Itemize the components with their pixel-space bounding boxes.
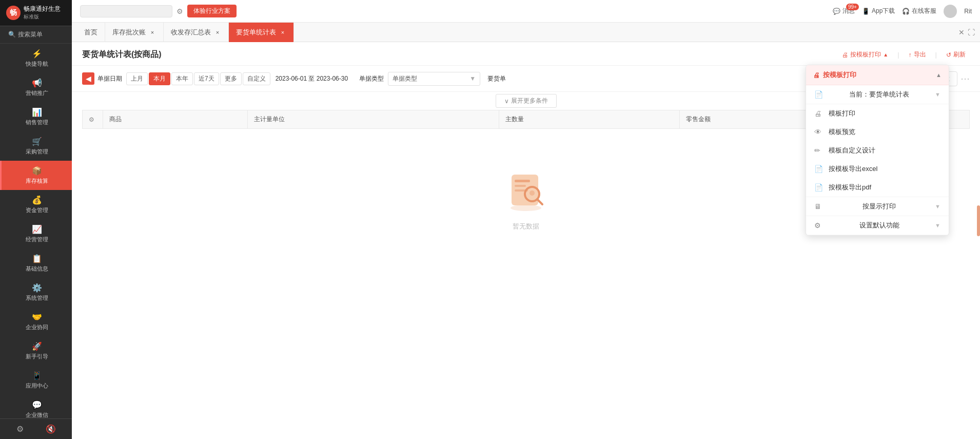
tab-inventory-batch-close[interactable]: ×: [149, 29, 156, 36]
svg-point-7: [530, 190, 535, 196]
display-print-label: 按显示打印: [863, 202, 896, 211]
user-avatar[interactable]: [944, 5, 957, 18]
dropdown-items-section: 🖨 模板打印 👁 模板预览 ✏ 模板自定义设计 📄: [806, 104, 949, 197]
svg-point-0: [511, 205, 541, 211]
export-icon: ↑: [909, 51, 912, 59]
sidebar-item-sales[interactable]: 📊 销售管理: [0, 102, 72, 131]
sidebar-item-marketing-label: 营销推广: [26, 89, 48, 97]
sidebar-item-basics[interactable]: 📋 基础信息: [0, 249, 72, 278]
template-preview-label: 模板预览: [829, 127, 855, 137]
export-label: 导出: [914, 50, 926, 59]
audio-bottom-icon[interactable]: 🔇: [46, 424, 56, 434]
dropdown-default-fn[interactable]: ⚙ 设置默认功能 ▼: [806, 216, 949, 235]
sidebar-item-quick-nav[interactable]: ⚡ 快捷导航: [0, 44, 72, 73]
sidebar-nav: ⚡ 快捷导航 📢 营销推广 📊 销售管理 🛒 采购管理 📦 库存核算 💰 资金管…: [0, 44, 72, 418]
system-icon: ⚙️: [32, 283, 42, 293]
topbar-search-input[interactable]: [80, 5, 172, 17]
sidebar-item-guide-label: 新手引导: [26, 353, 48, 360]
message-badge: 99+: [846, 4, 859, 10]
dropdown-template-export-excel[interactable]: 📄 按模板导出excel: [806, 160, 949, 178]
dropdown-template-export-pdf[interactable]: 📄 按模板导出pdf: [806, 178, 949, 197]
date-range-display: 2023-06-01 至 2023-06-30: [276, 74, 348, 83]
app-center-icon: 📱: [32, 371, 42, 380]
template-design-label: 模板自定义设计: [829, 146, 875, 155]
current-month-btn[interactable]: 本月: [149, 72, 170, 85]
doc-type-select[interactable]: 单据类型 ▼: [388, 72, 480, 86]
sidebar-item-purchase[interactable]: 🛒 采购管理: [0, 131, 72, 161]
doc-type-label: 单据类型: [359, 74, 384, 83]
th-goods: 商品: [103, 110, 248, 129]
refresh-button[interactable]: ↺ 刷新: [942, 48, 970, 61]
sidebar-item-app-center[interactable]: 📱 应用中心: [0, 366, 72, 395]
close-window-btn[interactable]: ✕: [958, 28, 965, 36]
purchase-icon: 🛒: [32, 137, 42, 146]
print-template-button[interactable]: 🖨 按模板打印 ▲: [838, 48, 892, 61]
doc-type-arrow: ▼: [469, 75, 476, 82]
tab-home[interactable]: 首页: [77, 23, 105, 42]
sidebar-item-wechat[interactable]: 💬 企业微信: [0, 395, 72, 418]
dropdown-template-preview[interactable]: 👁 模板预览: [806, 123, 949, 141]
sidebar-item-marketing[interactable]: 📢 营销推广: [0, 73, 72, 102]
more-options-icon[interactable]: ⋯: [961, 73, 970, 84]
dropdown-header-close[interactable]: ▲: [936, 72, 942, 78]
sidebar-logo: 畅 畅康通好生意 标准版: [0, 0, 72, 26]
tab-window-controls: ✕ ⛶: [958, 28, 975, 36]
tab-home-label: 首页: [84, 28, 97, 37]
logo-text: 畅康通好生意: [24, 5, 61, 13]
sidebar-item-operations[interactable]: 📈 经营管理: [0, 219, 72, 249]
sidebar-item-finance[interactable]: 💰 资金管理: [0, 190, 72, 219]
tab-order-stats[interactable]: 要货单统计表 ×: [229, 23, 294, 42]
display-print-arrow: ▼: [935, 203, 940, 209]
template-print-label: 模板打印: [829, 109, 855, 118]
custom-date-btn[interactable]: 自定义: [243, 72, 270, 85]
current-year-btn[interactable]: 本年: [171, 72, 193, 85]
message-button[interactable]: 💬 消息 99+: [833, 7, 855, 15]
sidebar-item-operations-label: 经营管理: [26, 236, 48, 243]
marketing-icon: 📢: [32, 78, 42, 88]
topbar-gear-icon[interactable]: ⚙: [177, 7, 183, 15]
sidebar-search[interactable]: 🔍 搜索菜单: [0, 26, 72, 44]
tabbar: 首页 库存批次账 × 收发存汇总表 × 要货单统计表 × ✕ ⛶: [72, 23, 980, 42]
table-settings-icon[interactable]: ⚙: [89, 116, 94, 123]
svg-rect-3: [515, 185, 526, 187]
sidebar-item-enterprise[interactable]: 🤝 企业协同: [0, 307, 72, 336]
guide-icon: 🚀: [32, 341, 42, 351]
sidebar-item-system[interactable]: ⚙️ 系统管理: [0, 278, 72, 307]
expand-more-btn[interactable]: ∨ 展开更多条件: [496, 94, 557, 108]
page-area: 要货单统计表(按商品) 🖨 按模板打印 ▲ | ↑ 导出 | ↺ 刷新: [72, 42, 980, 439]
filter-collapse-btn[interactable]: ◀: [82, 72, 94, 85]
th-goods-label: 商品: [109, 116, 122, 123]
page-header: 要货单统计表(按商品) 🖨 按模板打印 ▲ | ↑ 导出 | ↺ 刷新: [72, 42, 980, 66]
tab-order-stats-close[interactable]: ×: [279, 29, 286, 36]
dropdown-display-print[interactable]: 🖥 按显示打印 ▼: [806, 197, 949, 216]
last7days-btn[interactable]: 近7天: [194, 72, 219, 85]
online-service-button[interactable]: 🎧 在线客服: [902, 7, 936, 15]
quick-nav-icon: ⚡: [32, 49, 42, 59]
prev-month-btn[interactable]: 上月: [126, 72, 148, 85]
export-button[interactable]: ↑ 导出: [905, 48, 930, 61]
template-export-pdf-label: 按模板导出pdf: [829, 183, 871, 192]
trial-button[interactable]: 体验行业方案: [187, 5, 237, 17]
app-download-button[interactable]: 📱 App下载: [862, 7, 895, 15]
dropdown-template-design[interactable]: ✏ 模板自定义设计: [806, 141, 949, 160]
export-pdf-icon: 📄: [814, 183, 824, 192]
order-goods-label: 要货单: [487, 74, 506, 83]
tab-inventory-batch[interactable]: 库存批次账 ×: [105, 23, 164, 42]
resize-handle[interactable]: [977, 205, 980, 236]
maximize-window-btn[interactable]: ⛶: [968, 28, 975, 36]
sidebar-item-guide[interactable]: 🚀 新手引导: [0, 336, 72, 366]
sidebar-item-sales-label: 销售管理: [26, 119, 48, 126]
sidebar-item-enterprise-label: 企业协同: [26, 323, 48, 331]
dropdown-template-print[interactable]: 🖨 模板打印: [806, 104, 949, 123]
tab-receivable-summary-close[interactable]: ×: [214, 29, 221, 36]
more-date-btn[interactable]: 更多: [220, 72, 242, 85]
tab-receivable-summary[interactable]: 收发存汇总表 ×: [164, 23, 229, 42]
dropdown-settings-section: ⚙ 设置默认功能 ▼: [806, 216, 949, 235]
dropdown-current-item[interactable]: 📄 当前：要货单统计表 ▼: [806, 85, 949, 104]
template-design-icon: ✏: [814, 146, 824, 155]
sidebar-item-inventory[interactable]: 📦 库存核算: [0, 161, 72, 190]
settings-bottom-icon[interactable]: ⚙: [16, 424, 24, 434]
template-export-excel-label: 按模板导出excel: [829, 164, 877, 174]
export-excel-icon: 📄: [814, 165, 824, 173]
finance-icon: 💰: [32, 195, 42, 205]
